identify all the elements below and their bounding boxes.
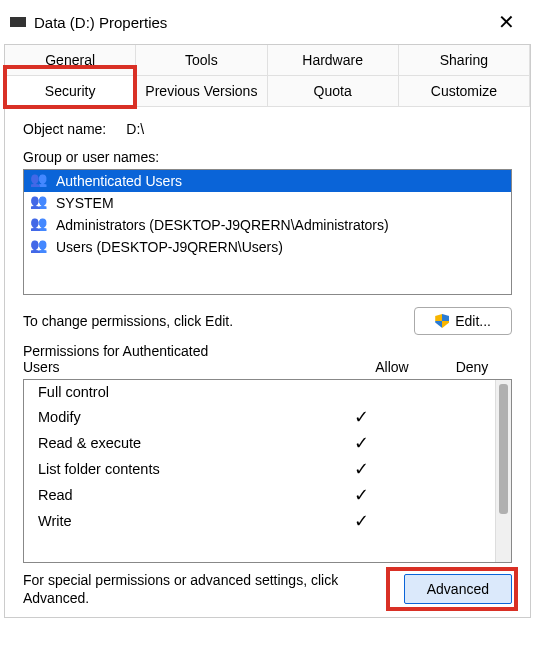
users-icon [30, 173, 50, 189]
advanced-row: For special permissions or advanced sett… [23, 571, 512, 607]
tab-strip: General Tools Hardware Sharing Security … [4, 44, 531, 107]
perm-row: Write ✓ [24, 508, 495, 534]
tab-previous-versions[interactable]: Previous Versions [136, 76, 267, 107]
allow-header: Allow [352, 359, 432, 375]
list-item-label: SYSTEM [56, 195, 114, 211]
scrollbar-thumb[interactable] [499, 384, 508, 514]
group-listbox[interactable]: Authenticated Users SYSTEM Administrator… [23, 169, 512, 295]
edit-button[interactable]: Edit... [414, 307, 512, 335]
perm-row: Full control [24, 380, 495, 404]
users-icon [30, 195, 50, 211]
tab-hardware[interactable]: Hardware [268, 45, 399, 76]
list-item-label: Users (DESKTOP-J9QRERN\Users) [56, 239, 283, 255]
perm-allow: ✓ [321, 512, 401, 530]
tab-quota[interactable]: Quota [268, 76, 399, 107]
edit-row: To change permissions, click Edit. Edit.… [23, 307, 512, 335]
permissions-list[interactable]: Full control Modify ✓ Read & execute ✓ L… [24, 380, 495, 562]
perm-allow: ✓ [321, 460, 401, 478]
perm-name: Read [38, 487, 321, 503]
perm-row: Read & execute ✓ [24, 430, 495, 456]
perm-name: Read & execute [38, 435, 321, 451]
window-title: Data (D:) Properties [34, 14, 482, 31]
list-item-label: Authenticated Users [56, 173, 182, 189]
object-name-value: D:\ [126, 121, 144, 137]
perm-allow: ✓ [321, 486, 401, 504]
permissions-box: Full control Modify ✓ Read & execute ✓ L… [23, 379, 512, 563]
group-section: Group or user names: Authenticated Users… [23, 149, 512, 295]
drive-icon [10, 17, 26, 27]
list-item[interactable]: SYSTEM [24, 192, 511, 214]
advanced-button[interactable]: Advanced [404, 574, 512, 604]
users-icon [30, 239, 50, 255]
list-item-label: Administrators (DESKTOP-J9QRERN\Administ… [56, 217, 389, 233]
permissions-scrollbar[interactable] [495, 380, 511, 562]
tab-general[interactable]: General [5, 45, 136, 76]
list-item[interactable]: Users (DESKTOP-J9QRERN\Users) [24, 236, 511, 258]
close-button[interactable]: ✕ [490, 8, 523, 36]
perm-row: Modify ✓ [24, 404, 495, 430]
tab-customize[interactable]: Customize [399, 76, 530, 107]
group-label: Group or user names: [23, 149, 512, 165]
permissions-header: Permissions for Authenticated Users Allo… [23, 343, 512, 375]
edit-button-label: Edit... [455, 313, 491, 329]
perm-row: Read ✓ [24, 482, 495, 508]
deny-header: Deny [432, 359, 512, 375]
title-bar: Data (D:) Properties ✕ [0, 0, 535, 44]
perm-name: List folder contents [38, 461, 321, 477]
tab-tools[interactable]: Tools [136, 45, 267, 76]
object-name-label: Object name: [23, 121, 106, 137]
advanced-hint: For special permissions or advanced sett… [23, 571, 392, 607]
perm-allow: ✓ [321, 408, 401, 426]
tab-content: Object name: D:\ Group or user names: Au… [4, 107, 531, 618]
perm-name: Full control [38, 384, 321, 400]
list-item[interactable]: Authenticated Users [24, 170, 511, 192]
perm-allow: ✓ [321, 434, 401, 452]
shield-icon [435, 314, 449, 328]
perm-row: List folder contents ✓ [24, 456, 495, 482]
perm-name: Write [38, 513, 321, 529]
users-icon [30, 217, 50, 233]
permissions-label: Permissions for Authenticated Users [23, 343, 243, 375]
list-item[interactable]: Administrators (DESKTOP-J9QRERN\Administ… [24, 214, 511, 236]
perm-name: Modify [38, 409, 321, 425]
tab-sharing[interactable]: Sharing [399, 45, 530, 76]
edit-hint: To change permissions, click Edit. [23, 313, 233, 329]
object-name-row: Object name: D:\ [23, 121, 512, 137]
tab-security[interactable]: Security [5, 76, 136, 107]
